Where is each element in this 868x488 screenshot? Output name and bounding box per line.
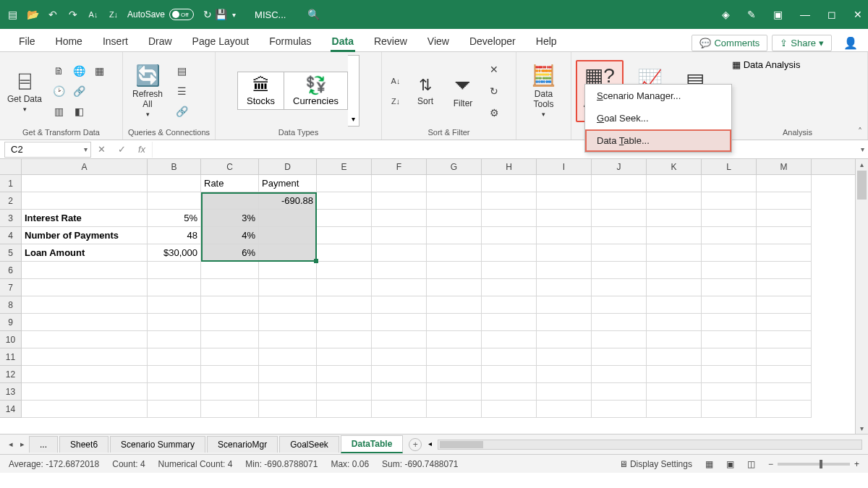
cell-C12[interactable] [201,366,259,383]
cell-B14[interactable] [148,401,201,418]
col-header[interactable]: A [22,159,148,174]
account-icon[interactable]: 👤 [843,36,858,50]
cell-I13[interactable] [537,383,592,401]
from-pic-icon[interactable]: ▥ [49,102,68,121]
cell-L3[interactable] [702,210,757,227]
sheet-tab[interactable]: ScenarioMgr [207,436,278,453]
cell-B13[interactable] [148,383,201,401]
tab-data[interactable]: Data [323,31,362,51]
cell-D8[interactable] [259,296,317,314]
formula-input[interactable] [152,142,856,158]
row-header[interactable]: 4 [0,227,22,244]
cell-A4[interactable]: Number of Payments [22,227,148,244]
open-file-icon[interactable]: 📂 [26,8,39,21]
cell-J7[interactable] [592,279,647,296]
cell-C13[interactable] [201,383,259,401]
tab-page-layout[interactable]: Page Layout [184,31,258,51]
cell-D12[interactable] [259,366,317,383]
cell-E13[interactable] [317,383,372,401]
cell-D6[interactable] [259,262,317,279]
cell-B5[interactable]: $30,000 [148,244,201,262]
cell-J10[interactable] [592,331,647,348]
cell-I3[interactable] [537,210,592,227]
cell-M11[interactable] [757,348,812,366]
cell-K4[interactable] [647,227,702,244]
cell-L11[interactable] [702,348,757,366]
cell-B8[interactable] [148,296,201,314]
cell-J9[interactable] [592,314,647,331]
col-header[interactable]: D [259,159,317,174]
row-header[interactable]: 10 [0,331,22,348]
stocks-button[interactable]: 🏛Stocks [237,72,284,110]
tab-help[interactable]: Help [527,31,566,51]
cell-K11[interactable] [647,348,702,366]
cell-I6[interactable] [537,262,592,279]
cell-F8[interactable] [372,296,427,314]
tab-nav-prev-icon[interactable]: ◂ [6,440,16,449]
cell-F1[interactable] [372,175,427,192]
sort-desc-icon[interactable]: Z↓ [107,8,120,21]
view-break-icon[interactable]: ◫ [747,459,755,469]
cell-D10[interactable] [259,331,317,348]
from-web-icon[interactable]: 🌐 [69,61,88,80]
cell-H13[interactable] [482,383,537,401]
redo-icon[interactable]: ↷ [67,8,80,21]
cell-K3[interactable] [647,210,702,227]
scroll-up-icon[interactable]: ▴ [856,160,868,168]
tab-insert[interactable]: Insert [94,31,137,51]
row-header[interactable]: 6 [0,262,22,279]
cell-J8[interactable] [592,296,647,314]
cell-B2[interactable] [148,192,201,210]
cell-L2[interactable] [702,192,757,210]
cell-C14[interactable] [201,401,259,418]
col-header[interactable]: H [482,159,537,174]
cell-G8[interactable] [427,296,482,314]
clear-filter-icon[interactable]: ✕ [485,60,503,79]
cell-B6[interactable] [148,262,201,279]
tab-developer[interactable]: Developer [461,31,524,51]
cell-F6[interactable] [372,262,427,279]
datatypes-expand-icon[interactable]: ▾ [348,55,359,127]
name-box[interactable]: C2 [4,142,91,158]
save-icon[interactable]: 💾 [214,8,227,21]
row-header[interactable]: 7 [0,279,22,296]
row-header[interactable]: 3 [0,210,22,227]
cell-L9[interactable] [702,314,757,331]
row-header[interactable]: 13 [0,383,22,401]
from-table-icon[interactable]: ▦ [90,61,109,80]
cell-G10[interactable] [427,331,482,348]
worksheet-grid[interactable]: A B C D E F G H I J K L M 12345678910111… [0,159,868,434]
cell-D5[interactable] [259,244,317,262]
edit-links-icon[interactable]: 🔗 [172,102,191,121]
cell-G7[interactable] [427,279,482,296]
cell-C7[interactable] [201,279,259,296]
cell-E3[interactable] [317,210,372,227]
data-analysis-button[interactable]: ▦ Data Analysis [732,59,800,70]
cell-A10[interactable] [22,331,148,348]
cell-M8[interactable] [757,296,812,314]
cell-G9[interactable] [427,314,482,331]
col-header[interactable]: G [427,159,482,174]
tab-nav-next-icon[interactable]: ▸ [17,440,27,449]
cell-E14[interactable] [317,401,372,418]
select-all-corner[interactable] [0,159,22,174]
minimize-button[interactable]: — [800,9,810,20]
cell-D7[interactable] [259,279,317,296]
cell-H9[interactable] [482,314,537,331]
sheet-tab[interactable]: Scenario Summary [110,436,205,453]
cell-M6[interactable] [757,262,812,279]
data-table-item[interactable]: Data Table... [585,129,731,152]
cell-K9[interactable] [647,314,702,331]
cell-B1[interactable] [148,175,201,192]
col-header[interactable]: I [537,159,592,174]
diamond-icon[interactable]: ◈ [722,9,730,20]
cell-L10[interactable] [702,331,757,348]
cell-A12[interactable] [22,366,148,383]
sync-icon[interactable]: ↻ [201,8,214,21]
fx-icon[interactable]: fx [132,144,152,155]
cell-L1[interactable] [702,175,757,192]
cell-H3[interactable] [482,210,537,227]
scenario-manager-item[interactable]: Scenario Manager... [585,85,731,107]
cell-A13[interactable] [22,383,148,401]
cell-M7[interactable] [757,279,812,296]
